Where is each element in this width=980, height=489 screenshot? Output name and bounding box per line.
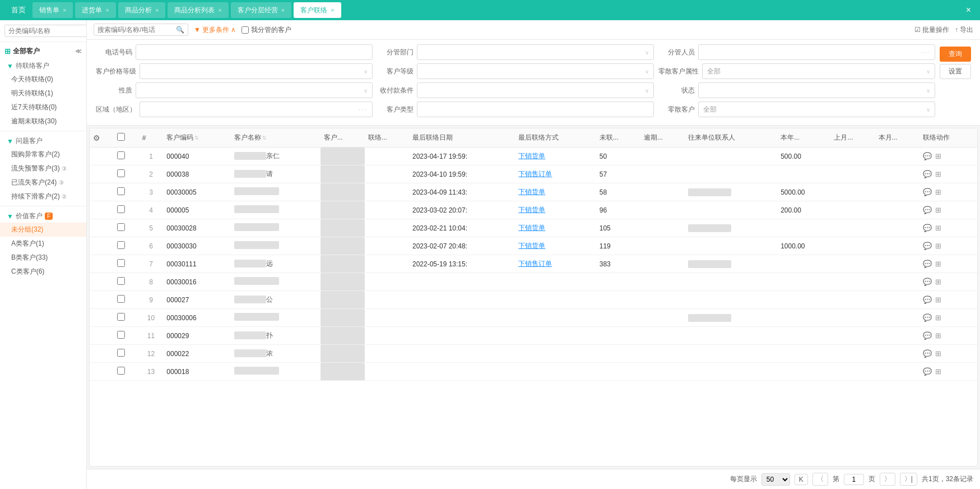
settings-icon[interactable]: ⚙	[93, 133, 100, 142]
sidebar-item-overdue[interactable]: 逾期未联络(30)	[0, 114, 86, 128]
grid-action-icon[interactable]: ⊞	[935, 242, 941, 250]
message-action-icon[interactable]: 💬	[923, 188, 932, 196]
status-select[interactable]: ∨	[698, 82, 935, 98]
row-checkbox[interactable]	[117, 367, 125, 375]
close-product-analysis-icon[interactable]: ×	[155, 7, 159, 13]
last-page-btn[interactable]: 〉|	[900, 473, 917, 486]
row-check-cell[interactable]	[114, 219, 139, 237]
close-product-list-icon[interactable]: ×	[218, 7, 221, 13]
row-check-cell[interactable]	[114, 201, 139, 219]
message-action-icon[interactable]: 💬	[923, 242, 932, 250]
page-size-select[interactable]: 50 100	[761, 473, 790, 486]
staff-input[interactable]: ···	[698, 44, 935, 60]
sidebar-item-today[interactable]: 今天待联络(0)	[0, 72, 86, 86]
sidebar-item-class-c[interactable]: C类客户(6)	[0, 265, 86, 279]
sidebar-item-ungroup[interactable]: 未分组(32)	[0, 223, 86, 237]
message-action-icon[interactable]: 💬	[923, 349, 932, 358]
prev-page-btn[interactable]: 〈	[812, 473, 828, 486]
query-button[interactable]: 查询	[940, 47, 971, 62]
grid-action-icon[interactable]: ⊞	[935, 296, 941, 304]
row-check-cell[interactable]	[114, 237, 139, 255]
grid-action-icon[interactable]: ⊞	[935, 313, 941, 322]
next-page-btn[interactable]: 〉	[880, 473, 895, 486]
row-checkbox[interactable]	[117, 331, 125, 339]
grid-action-icon[interactable]: ⊞	[935, 260, 941, 268]
grid-action-icon[interactable]: ⊞	[935, 349, 941, 358]
sidebar-item-churned[interactable]: 已流失客户(24) ③	[0, 176, 86, 190]
cust-type-input[interactable]	[417, 102, 654, 117]
main-search-input[interactable]	[97, 26, 176, 34]
nav-tab-customer-tier[interactable]: 客户分层经营 ×	[231, 2, 291, 18]
last-way-link[interactable]: 下销售订单	[518, 170, 552, 178]
row-checkbox[interactable]	[117, 313, 125, 321]
row-checkbox[interactable]	[117, 223, 125, 231]
row-check-cell[interactable]	[114, 345, 139, 363]
th-settings[interactable]: ⚙	[90, 128, 114, 147]
row-check-cell[interactable]	[114, 291, 139, 309]
more-conditions-btn[interactable]: ▼ 更多条件 ∧	[194, 25, 236, 35]
close-purchase-icon[interactable]: ×	[105, 7, 109, 13]
message-action-icon[interactable]: 💬	[923, 170, 932, 178]
collapse-icon[interactable]: ≪	[75, 48, 82, 55]
retail-select[interactable]: 全部 ∨	[698, 102, 935, 117]
customer-level-select[interactable]: ∨	[417, 63, 654, 79]
last-way-link[interactable]: 下销货单	[518, 152, 545, 160]
message-action-icon[interactable]: 💬	[923, 367, 932, 376]
row-checkbox[interactable]	[117, 169, 125, 177]
sidebar-item-tomorrow[interactable]: 明天待联络(1)	[0, 86, 86, 100]
message-action-icon[interactable]: 💬	[923, 260, 932, 268]
row-check-cell[interactable]	[114, 183, 139, 201]
row-checkbox[interactable]	[117, 349, 125, 357]
close-customer-tier-icon[interactable]: ×	[281, 7, 285, 13]
close-customer-contact-icon[interactable]: ×	[331, 7, 334, 13]
row-check-cell[interactable]	[114, 147, 139, 165]
grid-action-icon[interactable]: ⊞	[935, 331, 941, 340]
reset-button[interactable]: 设置	[940, 64, 971, 79]
grid-action-icon[interactable]: ⊞	[935, 367, 941, 376]
message-action-icon[interactable]: 💬	[923, 331, 932, 340]
sidebar-item-hoarding[interactable]: 囤购异常客户(2)	[0, 147, 86, 162]
row-checkbox[interactable]	[117, 205, 125, 213]
row-checkbox[interactable]	[117, 295, 125, 303]
home-tab[interactable]: 首页	[4, 5, 32, 15]
grid-action-icon[interactable]: ⊞	[935, 224, 941, 232]
row-checkbox[interactable]	[117, 259, 125, 267]
last-way-link[interactable]: 下销货单	[518, 206, 545, 214]
row-check-cell[interactable]	[114, 255, 139, 273]
row-check-cell[interactable]	[114, 309, 139, 327]
last-way-link[interactable]: 下销货单	[518, 224, 545, 232]
my-customers-checkbox[interactable]	[241, 26, 249, 34]
main-search-icon[interactable]: 🔍	[176, 26, 184, 34]
region-input[interactable]: ···	[140, 102, 373, 117]
nav-tab-product-list[interactable]: 商品分析列表 ×	[168, 2, 228, 18]
value-customers-section[interactable]: ▼ 价值客户 F	[0, 209, 86, 223]
last-way-link[interactable]: 下销货单	[518, 188, 545, 196]
nav-tab-purchase[interactable]: 进货单 ×	[75, 2, 115, 18]
message-action-icon[interactable]: 💬	[923, 152, 932, 160]
retail-attr-select[interactable]: 全部 ∨	[702, 63, 935, 79]
sidebar-item-declining[interactable]: 持续下滑客户(2) ②	[0, 190, 86, 204]
sidebar-search-input[interactable]	[4, 25, 87, 37]
select-all-checkbox[interactable]	[117, 133, 125, 141]
th-check[interactable]	[114, 128, 139, 147]
row-check-cell[interactable]	[114, 165, 139, 183]
th-name[interactable]: 客户名称⇅	[231, 128, 321, 147]
grid-action-icon[interactable]: ⊞	[935, 170, 941, 178]
export-btn[interactable]: ↑ 导出	[955, 25, 973, 35]
batch-ops-btn[interactable]: ☑ 批量操作	[914, 25, 949, 35]
row-checkbox[interactable]	[117, 277, 125, 285]
message-action-icon[interactable]: 💬	[923, 224, 932, 232]
nav-tab-sales[interactable]: 销售单 ×	[32, 2, 73, 18]
row-checkbox[interactable]	[117, 151, 125, 159]
sidebar-item-7days[interactable]: 近7天待联络(0)	[0, 100, 86, 114]
page-input[interactable]	[844, 474, 864, 485]
message-action-icon[interactable]: 💬	[923, 296, 932, 304]
th-code[interactable]: 客户编码⇅	[163, 128, 230, 147]
grid-action-icon[interactable]: ⊞	[935, 152, 941, 160]
message-action-icon[interactable]: 💬	[923, 278, 932, 286]
price-level-select[interactable]: ∨	[140, 63, 373, 79]
all-customers-group[interactable]: ⊞ 全部客户 ≪	[0, 42, 86, 58]
row-check-cell[interactable]	[114, 327, 139, 345]
phone-input[interactable]	[136, 44, 373, 60]
nature-select[interactable]: ∨	[136, 82, 373, 98]
